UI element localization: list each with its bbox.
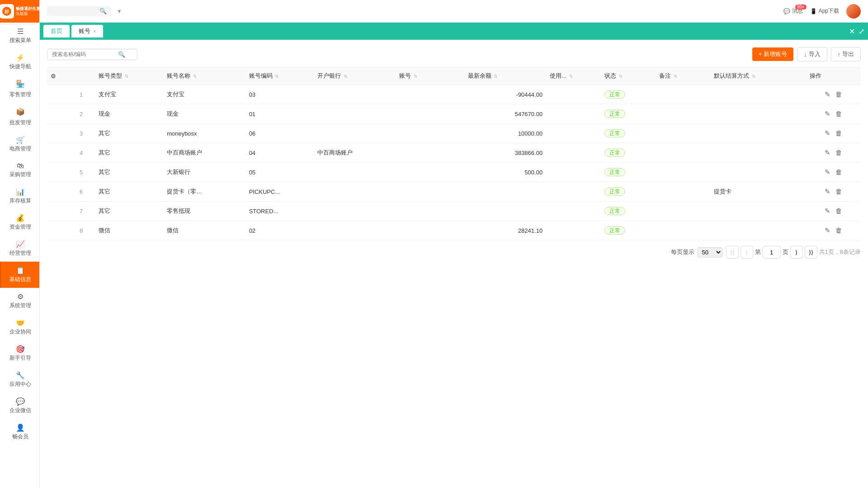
export-icon: ↑ bbox=[838, 51, 841, 58]
topbar-dropdown-arrow[interactable]: ▼ bbox=[117, 8, 122, 14]
row-delete-button[interactable]: 🗑 bbox=[834, 148, 844, 157]
row-actions: ✎ 🗑 bbox=[806, 202, 861, 221]
row-delete-button[interactable]: 🗑 bbox=[834, 128, 844, 138]
messages-badge: 99+ bbox=[795, 5, 807, 9]
th-settings[interactable]: ⚙ bbox=[47, 67, 67, 85]
topbar-right: 💬 消息 99+ 📱 App下载 bbox=[783, 4, 861, 19]
app-download-button[interactable]: 📱 App下载 bbox=[810, 7, 839, 15]
sidebar-item-wechat[interactable]: 💬 企业微信 bbox=[0, 393, 39, 419]
row-no: 4 bbox=[67, 143, 95, 163]
tab-close-icon[interactable]: × bbox=[93, 28, 96, 34]
row-no: 1 bbox=[67, 85, 95, 104]
sidebar-item-wholesale[interactable]: 📦 批发管理 bbox=[0, 103, 39, 131]
th-code[interactable]: 账号编码 ⇅ bbox=[245, 67, 314, 85]
pagination-last-button[interactable]: ⟩⟩ bbox=[805, 246, 817, 258]
row-delete-button[interactable]: 🗑 bbox=[834, 109, 844, 118]
th-balance[interactable]: 最新余额 ⇅ bbox=[464, 67, 547, 85]
row-no: 2 bbox=[67, 104, 95, 124]
row-edit-button[interactable]: ✎ bbox=[823, 206, 832, 216]
tab-expand-icon[interactable]: ⤢ bbox=[859, 27, 864, 36]
th-default-settlement[interactable]: 默认结算方式 ⇅ bbox=[710, 67, 806, 85]
row-account bbox=[396, 221, 464, 240]
row-status: 正常 bbox=[601, 182, 656, 202]
export-button[interactable]: ↑ 导出 bbox=[831, 47, 861, 61]
members-icon: 👤 bbox=[4, 423, 37, 432]
pagination-first-button[interactable]: ⟨⟨ bbox=[726, 246, 739, 258]
row-edit-button[interactable]: ✎ bbox=[823, 187, 832, 197]
th-note[interactable]: 备注 ⇅ bbox=[656, 67, 710, 85]
page-number-input[interactable] bbox=[763, 246, 781, 258]
row-edit-button[interactable]: ✎ bbox=[823, 148, 832, 158]
row-balance bbox=[464, 182, 547, 202]
row-type: 其它 bbox=[95, 182, 163, 202]
content-area: 🔍 + 新增账号 ↓ 导入 ↑ 导出 ⚙ bbox=[40, 40, 868, 488]
sidebar-item-quicknav[interactable]: ⚡ 快捷导航 bbox=[0, 49, 39, 75]
pagination-next-button[interactable]: ⟩ bbox=[790, 246, 803, 258]
row-no: 5 bbox=[67, 163, 95, 182]
row-status: 正常 bbox=[601, 143, 656, 163]
sidebar-item-basics[interactable]: 📋 基础信息 bbox=[0, 262, 39, 288]
row-edit-button[interactable]: ✎ bbox=[823, 109, 832, 119]
row-delete-button[interactable]: 🗑 bbox=[834, 187, 844, 196]
sidebar-item-purchase[interactable]: 🛍 采购管理 bbox=[0, 157, 39, 183]
sidebar-item-members[interactable]: 👤 畅会员 bbox=[0, 419, 39, 445]
row-delete-button[interactable]: 🗑 bbox=[834, 225, 844, 235]
sidebar-item-search[interactable]: ☰ 搜索菜单 bbox=[0, 23, 39, 49]
row-bank bbox=[314, 124, 396, 143]
row-usage bbox=[546, 163, 601, 182]
row-name: 微信 bbox=[163, 221, 245, 240]
messages-button[interactable]: 💬 消息 99+ bbox=[783, 7, 803, 15]
row-default-settlement bbox=[710, 104, 806, 124]
sidebar-item-guide[interactable]: 🎯 新手引导 bbox=[0, 340, 39, 366]
topbar-left: 🔍 ▼ bbox=[47, 6, 122, 16]
row-delete-button[interactable]: 🗑 bbox=[834, 206, 844, 216]
add-account-button[interactable]: + 新增账号 bbox=[752, 47, 793, 61]
app-icon: 📱 bbox=[810, 8, 817, 14]
row-edit-button[interactable]: ✎ bbox=[823, 167, 832, 177]
tab-home[interactable]: 首页 bbox=[43, 25, 70, 38]
row-actions: ✎ 🗑 bbox=[806, 143, 861, 163]
th-usage[interactable]: 使用... ⇅ bbox=[546, 67, 601, 85]
row-name: moneybosx bbox=[163, 124, 245, 143]
row-edit-button[interactable]: ✎ bbox=[823, 89, 832, 99]
th-account[interactable]: 账号 ⇅ bbox=[396, 67, 464, 85]
user-avatar[interactable] bbox=[846, 4, 861, 19]
row-delete-button[interactable]: 🗑 bbox=[834, 89, 844, 99]
th-status[interactable]: 状态 ⇅ bbox=[601, 67, 656, 85]
tab-accounts[interactable]: 账号 × bbox=[71, 25, 103, 38]
th-no bbox=[67, 67, 95, 85]
account-search-input[interactable] bbox=[52, 51, 115, 57]
th-bank[interactable]: 开户银行 ⇅ bbox=[314, 67, 396, 85]
pagination-prev-button[interactable]: ⟨ bbox=[741, 246, 753, 258]
row-actions: ✎ 🗑 bbox=[806, 85, 861, 104]
sort-type-icon: ⇅ bbox=[125, 74, 128, 79]
row-edit-button[interactable]: ✎ bbox=[823, 128, 832, 138]
row-status: 正常 bbox=[601, 104, 656, 124]
sidebar-item-collab[interactable]: 🤝 企业协同 bbox=[0, 314, 39, 340]
tab-close-all-icon[interactable]: ✕ bbox=[849, 27, 855, 36]
sidebar-item-system[interactable]: ⚙ 系统管理 bbox=[0, 288, 39, 314]
th-name[interactable]: 账号名称 ⇅ bbox=[163, 67, 245, 85]
sidebar-item-operations[interactable]: 📈 经营管理 bbox=[0, 235, 39, 262]
th-type[interactable]: 账号类型 ⇅ bbox=[95, 67, 163, 85]
row-edit-button[interactable]: ✎ bbox=[823, 225, 832, 235]
row-default-settlement bbox=[710, 221, 806, 240]
per-page-select[interactable]: 50 20 100 bbox=[697, 247, 722, 258]
sidebar-item-inventory[interactable]: 📊 库存核算 bbox=[0, 183, 39, 209]
logo-text: 畅捷通好生意 乐版版 bbox=[16, 6, 40, 16]
topbar-search-box[interactable]: 🔍 bbox=[47, 6, 111, 16]
row-name: 大新银行 bbox=[163, 163, 245, 182]
sidebar-item-ecommerce[interactable]: 🛒 电商管理 bbox=[0, 131, 39, 157]
row-type: 其它 bbox=[95, 202, 163, 221]
row-delete-button[interactable]: 🗑 bbox=[834, 167, 844, 177]
th-action: 操作 bbox=[806, 67, 861, 85]
main-area: 🔍 ▼ 💬 消息 99+ 📱 App下载 首页 账号 × ✕ bbox=[40, 0, 868, 488]
sidebar-item-finance[interactable]: 💰 资金管理 bbox=[0, 209, 39, 235]
account-search-box[interactable]: 🔍 bbox=[47, 49, 137, 60]
row-bank bbox=[314, 182, 396, 202]
topbar-search-input[interactable] bbox=[52, 8, 97, 14]
import-button[interactable]: ↓ 导入 bbox=[797, 47, 827, 61]
sidebar-item-apps[interactable]: 🔧 应用中心 bbox=[0, 366, 39, 393]
sidebar-item-retail[interactable]: 🏪 零售管理 bbox=[0, 75, 39, 103]
row-gear bbox=[47, 202, 67, 221]
